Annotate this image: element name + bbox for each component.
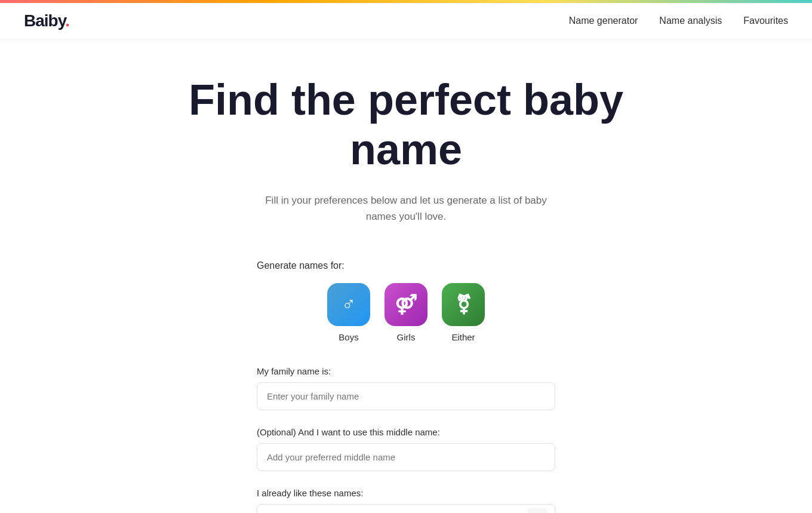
middle-name-group: (Optional) And I want to use this middle… [257, 427, 555, 471]
girls-label: Girls [397, 332, 416, 342]
girls-symbol: ⚤ [395, 293, 417, 316]
form-section: Generate names for: ♂ Boys ⚤ Girls ⚧ Eit… [245, 248, 567, 513]
middle-name-input[interactable] [257, 443, 555, 471]
navbar: Baiby. Name generator Name analysis Favo… [0, 3, 812, 39]
nav-favourites[interactable]: Favourites [743, 16, 788, 26]
family-name-group: My family name is: [257, 366, 555, 410]
gender-option-boys[interactable]: ♂ Boys [327, 283, 370, 342]
middle-name-label: (Optional) And I want to use this middle… [257, 427, 555, 437]
hero-section: Find the perfect baby name Fill in your … [0, 39, 812, 248]
either-symbol: ⚧ [456, 293, 472, 316]
gender-selector: ♂ Boys ⚤ Girls ⚧ Either [257, 283, 555, 342]
nav-name-generator[interactable]: Name generator [569, 16, 638, 26]
gender-option-girls[interactable]: ⚤ Girls [385, 283, 427, 342]
gender-option-either[interactable]: ⚧ Either [442, 283, 485, 342]
hero-subtitle: Fill in your preferences below and let u… [251, 192, 561, 225]
hero-title: Find the perfect baby name [182, 75, 630, 174]
family-name-input[interactable] [257, 382, 555, 410]
liked-names-label: I already like these names: [257, 488, 555, 498]
logo-dot: . [65, 11, 69, 30]
nav-name-analysis[interactable]: Name analysis [659, 16, 722, 26]
liked-names-select[interactable]: Select... [257, 504, 555, 513]
boys-label: Boys [339, 332, 358, 342]
family-name-label: My family name is: [257, 366, 555, 376]
boys-symbol: ♂ [342, 293, 356, 315]
girls-icon: ⚤ [385, 283, 427, 326]
nav-links: Name generator Name analysis Favourites [569, 16, 788, 26]
liked-names-select-wrapper: Select... ⌄ [257, 504, 555, 513]
generate-label: Generate names for: [257, 260, 555, 271]
either-label: Either [451, 332, 475, 342]
either-icon: ⚧ [442, 283, 485, 326]
boys-icon: ♂ [327, 283, 370, 326]
logo[interactable]: Baiby. [24, 11, 69, 30]
liked-names-group: I already like these names: Select... ⌄ [257, 488, 555, 513]
